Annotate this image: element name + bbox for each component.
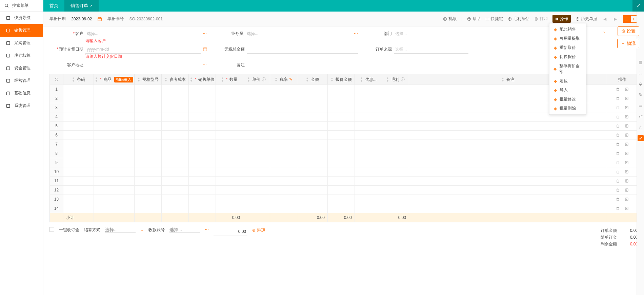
history-link[interactable]: 历史单据 (576, 16, 597, 22)
row-delete-icon[interactable] (616, 106, 620, 110)
col-tax[interactable]: ▲▼税率✎ (270, 74, 297, 85)
table-row[interactable]: 8 (50, 149, 638, 158)
row-add-icon[interactable] (625, 124, 629, 128)
row-delete-icon[interactable] (616, 206, 620, 210)
col-barcode[interactable]: ▲▼条码 (63, 74, 94, 85)
notax-input[interactable] (247, 45, 358, 54)
expand-caret-icon[interactable]: ⌄ (603, 29, 606, 34)
account-select[interactable] (169, 227, 200, 233)
more-icon[interactable]: ⋯ (205, 227, 209, 232)
dropdown-item-批量删除[interactable]: ◆批量删除 (549, 104, 586, 113)
close-icon[interactable]: × (90, 3, 93, 8)
col-unit[interactable]: ▲▼*销售单位 (189, 74, 216, 85)
tab-销售订单[interactable]: 销售订单× (64, 0, 99, 12)
table-row[interactable]: 11 (50, 176, 638, 185)
sidebar-item-资金管理[interactable]: 资金管理 (0, 62, 43, 74)
scan-badge[interactable]: 扫码录入 (114, 77, 133, 82)
row-delete-icon[interactable] (616, 179, 620, 183)
print-link[interactable]: 打印 (534, 16, 548, 22)
next-doc-arrow[interactable]: ▶ (612, 17, 618, 21)
settle-method-select[interactable] (105, 227, 136, 233)
row-add-icon[interactable] (625, 115, 629, 119)
row-delete-icon[interactable] (616, 124, 620, 128)
col-product[interactable]: ▲▼*商品扫码录入 (94, 74, 135, 85)
row-delete-icon[interactable] (616, 151, 620, 155)
row-add-icon[interactable] (625, 179, 629, 183)
row-delete-icon[interactable] (616, 170, 620, 174)
rail-box-icon[interactable]: ⬚ (638, 70, 644, 76)
dropdown-item-可用量提取[interactable]: ◆可用量提取 (549, 34, 586, 43)
sidebar-item-采购管理[interactable]: 采购管理 (0, 37, 43, 49)
row-add-icon[interactable] (625, 133, 629, 137)
more-icon[interactable]: ⋯ (354, 31, 358, 36)
rail-star-icon[interactable]: ☆ (638, 124, 644, 130)
row-add-icon[interactable] (625, 161, 629, 165)
tabs-close-all[interactable] (632, 0, 644, 12)
dept-input[interactable] (394, 29, 468, 38)
deposit-amount-input[interactable] (214, 227, 247, 236)
sidebar-item-库存核算[interactable]: 库存核算 (0, 49, 43, 62)
profit-link[interactable]: 毛利预估 (508, 16, 529, 22)
edit-icon[interactable]: ✎ (289, 77, 293, 82)
add-payment-link[interactable]: ⊕添加 (252, 227, 265, 233)
rail-ticket-icon[interactable]: ▭ (638, 103, 644, 109)
delivery-date-input[interactable] (85, 45, 201, 54)
sidebar-item-快捷导航[interactable]: 快捷导航 (0, 12, 43, 24)
rail-refresh-icon[interactable]: ↻ (638, 92, 644, 98)
row-add-icon[interactable] (625, 96, 629, 100)
customer-address-input[interactable] (85, 60, 201, 69)
dropdown-item-整单折扣金额[interactable]: ◆整单折扣金额 (549, 61, 586, 76)
sidebar-item-销售管理[interactable]: 销售管理 (0, 24, 43, 37)
collect-deposit-checkbox[interactable] (49, 227, 54, 232)
salesman-input[interactable] (245, 29, 352, 38)
dropdown-item-导入[interactable]: ◆导入 (549, 86, 586, 95)
table-row[interactable]: 6 (50, 130, 638, 140)
table-row[interactable]: 5 (50, 121, 638, 130)
video-link[interactable]: 视频 (443, 16, 457, 22)
rail-tag-icon[interactable]: ⬙ (638, 81, 644, 87)
tab-首页[interactable]: 首页 (43, 0, 64, 12)
row-delete-icon[interactable] (616, 133, 620, 137)
gear-column[interactable] (50, 74, 63, 85)
row-delete-icon[interactable] (616, 188, 620, 192)
info-icon[interactable]: ⓘ (262, 77, 266, 82)
col-amount[interactable]: ▲▼金额 (297, 74, 328, 85)
dropdown-item-切换报价[interactable]: ◆切换报价 (549, 52, 586, 61)
table-row[interactable]: 13 (50, 195, 638, 204)
row-delete-icon[interactable] (616, 115, 620, 119)
table-row[interactable]: 9 (50, 158, 638, 167)
order-source-input[interactable] (394, 45, 468, 54)
row-add-icon[interactable] (625, 170, 629, 174)
table-row[interactable]: 7 (50, 140, 638, 149)
table-row[interactable]: 12 (50, 185, 638, 195)
col-spec[interactable]: ▲▼规格型号 (135, 74, 162, 85)
row-delete-icon[interactable] (616, 96, 620, 100)
dropdown-item-批量修改[interactable]: ◆批量修改 (549, 95, 586, 104)
col-profit[interactable]: ▲▼毛利ⓘ (382, 74, 409, 85)
dropdown-item-重新取价[interactable]: ◆重新取价 (549, 43, 586, 52)
search-menu[interactable]: 搜索菜单 (0, 0, 43, 12)
row-add-icon[interactable] (625, 87, 629, 91)
calendar-icon[interactable] (97, 17, 102, 21)
row-add-icon[interactable] (625, 151, 629, 155)
col-refcost[interactable]: ▲▼参考成本 (162, 74, 189, 85)
info-icon[interactable]: ⓘ (401, 77, 405, 82)
row-delete-icon[interactable] (616, 161, 620, 165)
rail-link-icon[interactable]: ⮐ (638, 113, 644, 119)
row-add-icon[interactable] (625, 197, 629, 201)
rail-doc-icon[interactable]: ▤ (638, 59, 644, 65)
row-add-icon[interactable] (625, 188, 629, 192)
row-add-icon[interactable] (625, 206, 629, 210)
dropdown-item-配比销售[interactable]: ◆配比销售 (549, 25, 586, 34)
table-row[interactable]: 10 (50, 167, 638, 176)
help-link[interactable]: ?帮助 (467, 16, 481, 22)
sidebar-item-经营管理[interactable]: 经营管理 (0, 74, 43, 87)
col-discount[interactable]: ▲▼优惠... (355, 74, 382, 85)
settings-button[interactable]: 设置 (618, 26, 639, 36)
remark-input[interactable] (247, 60, 358, 69)
col-quote[interactable]: ▲▼报价金额 (328, 74, 355, 85)
rail-expand-icon[interactable]: ⤢ (638, 135, 644, 141)
doc-date-value[interactable]: 2023-06-02 (71, 17, 92, 21)
more-icon[interactable]: ⋯ (203, 31, 207, 36)
col-qty[interactable]: ▲▼*数量 (216, 74, 243, 85)
